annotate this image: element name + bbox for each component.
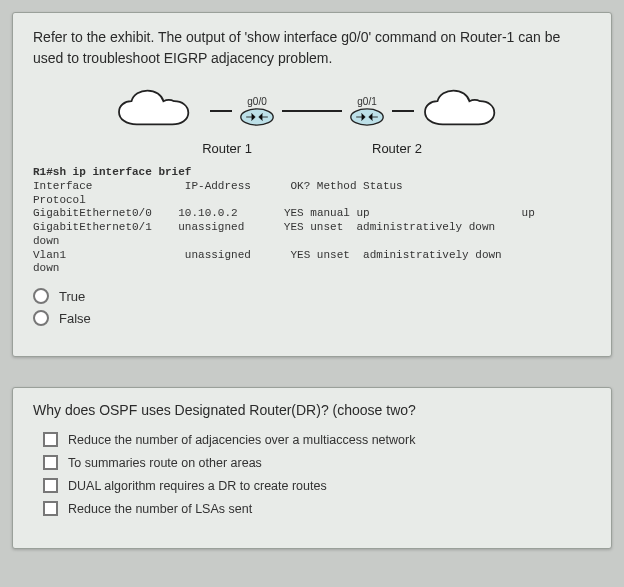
checkbox-icon xyxy=(43,455,58,470)
q2-option-0[interactable]: Reduce the number of adjacencies over a … xyxy=(43,432,591,447)
question-1-text: Refer to the exhibit. The output of 'sho… xyxy=(33,27,591,69)
option-false[interactable]: False xyxy=(33,310,591,326)
cli-command: R1#sh ip interface brief xyxy=(33,166,191,178)
router-2-icon xyxy=(349,107,385,127)
cli-col-proto: Protocol xyxy=(33,194,86,206)
cli-row-0-status: YES manual up xyxy=(284,207,370,219)
svg-point-1 xyxy=(351,108,383,124)
cli-row-0-ip: 10.10.0.2 xyxy=(178,207,237,219)
router-labels-row: Router 1 Router 2 xyxy=(33,141,591,156)
link-segment xyxy=(282,110,342,112)
link-segment xyxy=(392,110,414,112)
cli-col-ip: IP-Address xyxy=(185,180,251,192)
cli-row-1-status: YES unset administratively down xyxy=(284,221,495,233)
cli-row-2-ip: unassigned xyxy=(185,249,251,261)
cli-row-0-intf: GigabitEthernet0/0 xyxy=(33,207,152,219)
router-1-label: Router 1 xyxy=(202,141,252,156)
interface-left-block: g0/0 xyxy=(238,96,276,127)
q2-option-1-label: To summaries route on other areas xyxy=(68,456,262,470)
cli-output: R1#sh ip interface brief Interface IP-Ad… xyxy=(33,166,591,276)
cli-row-0-proto: up xyxy=(522,207,535,219)
svg-point-0 xyxy=(241,108,273,124)
interface-left-label: g0/0 xyxy=(247,96,266,107)
cli-row-1-ip: unassigned xyxy=(178,221,244,233)
question-1-card: Refer to the exhibit. The output of 'sho… xyxy=(12,12,612,357)
router-1-icon xyxy=(239,107,275,127)
q2-option-1[interactable]: To summaries route on other areas xyxy=(43,455,591,470)
question-2-card: Why does OSPF uses Designated Router(DR)… xyxy=(12,387,612,549)
cli-col-interface: Interface xyxy=(33,180,92,192)
cloud-right-icon xyxy=(420,87,510,135)
q2-option-0-label: Reduce the number of adjacencies over a … xyxy=(68,433,415,447)
cloud-left-icon xyxy=(114,87,204,135)
interface-right-label: g0/1 xyxy=(357,96,376,107)
network-diagram: g0/0 g0/1 xyxy=(33,87,591,135)
link-segment xyxy=(210,110,232,112)
radio-icon xyxy=(33,288,49,304)
cli-col-ok: OK? Method Status xyxy=(290,180,402,192)
option-true[interactable]: True xyxy=(33,288,591,304)
q2-option-3[interactable]: Reduce the number of LSAs sent xyxy=(43,501,591,516)
q2-option-2[interactable]: DUAL algorithm requires a DR to create r… xyxy=(43,478,591,493)
cli-row-1-intf: GigabitEthernet0/1 xyxy=(33,221,152,233)
q2-options: Reduce the number of adjacencies over a … xyxy=(33,432,591,516)
cli-row-1-proto: down xyxy=(33,235,59,247)
q1-options: True False xyxy=(33,288,591,326)
question-2-text: Why does OSPF uses Designated Router(DR)… xyxy=(33,402,591,418)
interface-right-block: g0/1 xyxy=(348,96,386,127)
router-2-label: Router 2 xyxy=(372,141,422,156)
option-false-label: False xyxy=(59,311,91,326)
checkbox-icon xyxy=(43,478,58,493)
q2-option-2-label: DUAL algorithm requires a DR to create r… xyxy=(68,479,327,493)
checkbox-icon xyxy=(43,432,58,447)
option-true-label: True xyxy=(59,289,85,304)
cli-row-2-proto: down xyxy=(33,262,59,274)
cli-row-2-intf: Vlan1 xyxy=(33,249,66,261)
q2-option-3-label: Reduce the number of LSAs sent xyxy=(68,502,252,516)
radio-icon xyxy=(33,310,49,326)
checkbox-icon xyxy=(43,501,58,516)
cli-row-2-status: YES unset administratively down xyxy=(290,249,501,261)
